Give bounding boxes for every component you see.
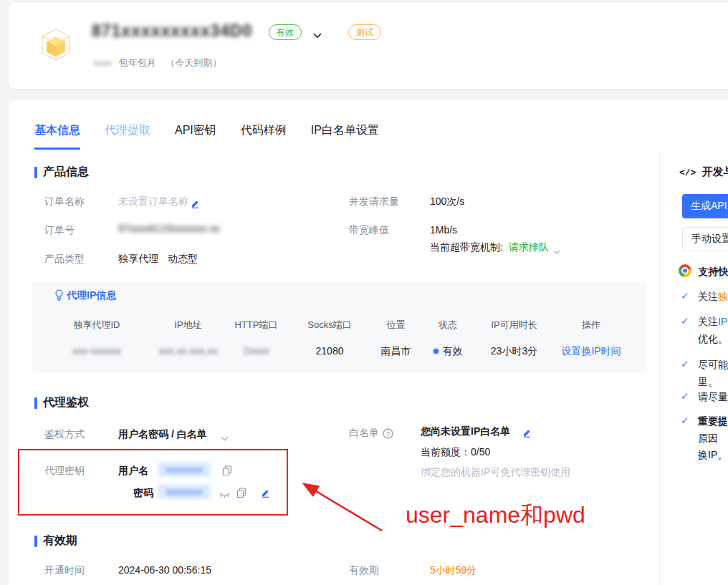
section-bar bbox=[34, 167, 37, 178]
tip-text: 里。 bbox=[698, 376, 718, 389]
tip-link[interactable]: 换IP。 bbox=[698, 449, 727, 462]
plan-prefix: xxxx bbox=[93, 57, 112, 68]
support-row: 支持快 bbox=[679, 264, 728, 280]
order-no-label: 订单号 bbox=[44, 224, 75, 237]
mechanism-chevron-icon[interactable] bbox=[553, 245, 560, 258]
bandwidth-label: 带宽峰值 bbox=[349, 224, 389, 237]
auth-method-chevron-icon[interactable] bbox=[221, 432, 229, 445]
status-dot-icon bbox=[434, 349, 439, 354]
cell-ip: xxx.xx.xxx.xx bbox=[150, 345, 226, 358]
sidebar-divider bbox=[659, 152, 660, 585]
bandwidth-value: 1Mb/s bbox=[430, 224, 457, 236]
cell-duration: 23小时3分 bbox=[476, 345, 552, 358]
annotation-arrow bbox=[292, 475, 393, 541]
col-socks-port: Socks端口 bbox=[287, 319, 373, 332]
tab-code-sample[interactable]: 代码样例 bbox=[241, 123, 287, 150]
tab-ip-whitelist[interactable]: IP白名单设置 bbox=[311, 123, 379, 150]
tip-text: 优化。 bbox=[698, 333, 728, 346]
validity-title: 有效期 bbox=[43, 533, 77, 548]
tip-link[interactable]: 独 bbox=[718, 291, 728, 302]
product-type-main: 独享代理 bbox=[118, 253, 158, 264]
period-value: 5小时59分 bbox=[430, 564, 476, 577]
product-id: 871xxxxxxxxx34D0 bbox=[92, 21, 252, 41]
whitelist-quota: 当前额度：0/50 bbox=[421, 446, 490, 459]
code-icon: </> bbox=[679, 168, 696, 178]
cell-http-port: 2xxxx bbox=[226, 345, 287, 358]
open-time-label: 开通时间 bbox=[44, 564, 85, 577]
tab-api-key[interactable]: API密钥 bbox=[175, 123, 216, 150]
col-status: 状态 bbox=[419, 319, 476, 332]
proxy-ip-title: 代理IP信息 bbox=[67, 289, 116, 302]
order-name-label: 订单名称 bbox=[44, 195, 85, 208]
status-text: 有效 bbox=[443, 345, 463, 357]
section-bar bbox=[34, 536, 37, 547]
tip-item: 关注IP bbox=[698, 316, 727, 329]
concurrency-label: 并发请求量 bbox=[349, 195, 399, 208]
manual-setup-button[interactable]: 手动设置 bbox=[682, 227, 728, 251]
tip-text: 尽可能 bbox=[698, 359, 728, 372]
tip-text: 重要提 bbox=[698, 415, 728, 428]
auth-method-value[interactable]: 用户名密码 / 白名单 bbox=[118, 428, 207, 441]
mechanism-value[interactable]: 请求排队 bbox=[509, 241, 549, 254]
generate-api-button[interactable]: 生成API bbox=[682, 194, 728, 218]
tab-basic-info[interactable]: 基本信息 bbox=[34, 123, 80, 150]
auth-title: 代理鉴权 bbox=[43, 395, 89, 410]
bulb-icon bbox=[54, 289, 64, 301]
cell-socks-port: 21080 bbox=[287, 345, 373, 358]
col-action: 操作 bbox=[552, 319, 631, 332]
set-ip-rotate-time-link[interactable]: 设置换IP时间 bbox=[552, 345, 631, 358]
check-icon: ✓ bbox=[681, 358, 689, 369]
col-proxy-id: 独享代理ID bbox=[43, 319, 150, 332]
whitelist-value: 您尚未设置IP白名单 bbox=[421, 425, 510, 438]
auth-method-label: 鉴权方式 bbox=[44, 428, 85, 441]
section-bar bbox=[34, 397, 37, 409]
support-text: 支持快 bbox=[698, 266, 728, 277]
order-no-value: 97xxxx6123xxxxxxx xx bbox=[118, 223, 220, 234]
open-time-value: 2024-06-30 00:56:15 bbox=[118, 564, 211, 576]
check-icon: ✓ bbox=[681, 415, 689, 426]
col-http-port: HTTP端口 bbox=[226, 319, 287, 332]
mechanism-label: 当前超带宽机制: bbox=[430, 241, 503, 254]
product-header-card bbox=[9, 3, 728, 89]
annotation-highlight-box bbox=[18, 449, 288, 516]
tab-proxy-extract[interactable]: 代理提取 bbox=[105, 123, 150, 150]
period-label: 有效期 bbox=[349, 564, 379, 577]
tip-text: 关注 bbox=[698, 291, 718, 302]
chrome-icon bbox=[679, 264, 691, 277]
check-icon: ✓ bbox=[681, 290, 689, 301]
order-name-value: 未设置订单名称 bbox=[118, 195, 188, 208]
product-type-value: 独享代理 动态型 bbox=[118, 253, 198, 266]
annotation-text: user_name和pwd bbox=[406, 500, 585, 531]
sidebar-title-text: 开发与 bbox=[702, 165, 728, 178]
proxy-ip-table-row: xxx-xxxxxx xxx.xx.xxx.xx 2xxxx 21080 南昌市… bbox=[43, 345, 631, 358]
test-badge: 测试 bbox=[348, 24, 381, 40]
col-location: 位置 bbox=[373, 319, 419, 332]
sidebar-title: </> 开发与 bbox=[679, 165, 728, 179]
tip-text: 请尽量 bbox=[698, 391, 728, 404]
tip-link[interactable]: IP bbox=[718, 316, 727, 327]
tip-text: 关注 bbox=[698, 316, 718, 327]
proxy-ip-table-header: 独享代理ID IP地址 HTTP端口 Socks端口 位置 状态 IP可用时长 … bbox=[43, 319, 631, 332]
whitelist-note: 绑定您的机器IP可免代理密钥使用 bbox=[421, 466, 570, 479]
col-ip: IP地址 bbox=[150, 319, 226, 332]
cell-status: 有效 bbox=[419, 345, 476, 358]
status-badge: 有效 bbox=[269, 24, 302, 40]
whitelist-label: 白名单 bbox=[349, 427, 379, 440]
page-root: 871xxxxxxxxx34D0 有效 测试 xxxx 包年包月 （今天到期） … bbox=[0, 0, 728, 585]
check-icon: ✓ bbox=[681, 315, 689, 327]
product-cube-icon bbox=[36, 26, 76, 66]
plan-type: 包年包月 bbox=[119, 57, 156, 68]
whitelist-help-icon[interactable]: ? bbox=[383, 427, 393, 440]
edit-order-name-icon[interactable] bbox=[191, 197, 200, 210]
cell-proxy-id: xxx-xxxxxx bbox=[43, 345, 150, 358]
chevron-down-icon[interactable] bbox=[312, 29, 322, 42]
concurrency-value: 100次/s bbox=[430, 195, 464, 208]
col-duration: IP可用时长 bbox=[476, 319, 552, 332]
svg-text:?: ? bbox=[386, 430, 390, 437]
check-icon: ✓ bbox=[681, 390, 689, 402]
product-type-sub: 动态型 bbox=[168, 253, 198, 264]
tip-text: 原因 bbox=[698, 432, 718, 445]
edit-whitelist-icon[interactable] bbox=[522, 426, 532, 439]
expiry-note: （今天到期） bbox=[166, 57, 221, 68]
product-subtitle: xxxx 包年包月 （今天到期） bbox=[93, 57, 221, 69]
